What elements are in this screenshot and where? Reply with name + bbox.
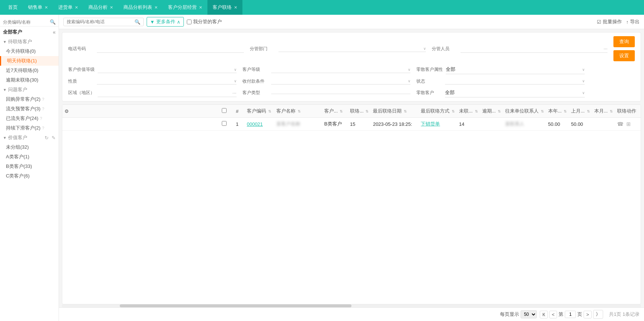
branch-person-field: 分管人员 ··· bbox=[432, 45, 608, 53]
this-month-sort-icon[interactable]: ⇅ bbox=[610, 109, 613, 113]
retail-customer-select[interactable]: 全部 ∨ bbox=[445, 88, 585, 97]
col-type: 客户... ⇅ bbox=[322, 105, 348, 118]
help-icon-lost-risk[interactable]: ? bbox=[42, 107, 44, 111]
nav-customer-contact[interactable]: 客户联络 ✕ bbox=[207, 0, 242, 15]
branch-person-label: 分管人员 bbox=[432, 46, 458, 52]
customer-type-select[interactable] bbox=[271, 92, 411, 94]
nav-product-analysis-list[interactable]: 商品分析列表 ✕ bbox=[118, 0, 163, 15]
sidebar-item-lost-risk[interactable]: 流失预警客户(3) ? bbox=[0, 104, 59, 114]
page-number-input[interactable] bbox=[565, 311, 576, 318]
last-month-sort-icon[interactable]: ⇅ bbox=[587, 109, 590, 113]
region-field: 区域（地区） ··· bbox=[68, 89, 237, 97]
last-page-button[interactable]: 》 bbox=[593, 310, 603, 319]
sidebar-item-unclassified[interactable]: 未分组(32) bbox=[0, 142, 59, 152]
search-input[interactable] bbox=[67, 19, 133, 24]
status-select[interactable]: ∨ bbox=[445, 78, 585, 84]
year-sort-icon[interactable]: ⇅ bbox=[564, 109, 567, 113]
phone-input[interactable] bbox=[97, 45, 244, 53]
problem-customers-group: 问题客户 bbox=[0, 85, 59, 94]
nav-home[interactable]: 首页 bbox=[3, 0, 23, 15]
gear-icon[interactable]: ⚙ bbox=[64, 108, 69, 114]
status-label: 状态 bbox=[416, 78, 442, 84]
nav-purchase[interactable]: 进货单 ✕ bbox=[53, 0, 83, 15]
my-customers-checkbox-input[interactable] bbox=[187, 20, 192, 24]
name-sort-icon[interactable]: ⇅ bbox=[298, 109, 301, 113]
retail-attr-select[interactable]: 全部 ∨ bbox=[446, 65, 585, 74]
sidebar-search-input[interactable] bbox=[3, 20, 48, 25]
help-icon-lost[interactable]: ? bbox=[40, 116, 42, 121]
sidebar-item-continuous-decline[interactable]: 持续下滑客户(2) ? bbox=[0, 123, 59, 133]
col-last-date: 最后联络日期 ⇅ bbox=[371, 105, 419, 118]
page-size-dropdown[interactable]: 50 bbox=[521, 310, 537, 318]
sidebar-item-overdue[interactable]: 逾期未联络(30) bbox=[0, 75, 59, 85]
sidebar-item-class-b[interactable]: B类客户(33) bbox=[0, 162, 59, 171]
contact-action-icon[interactable]: ☎ bbox=[617, 121, 623, 127]
type-sort-icon[interactable]: ⇅ bbox=[340, 109, 343, 113]
row-name[interactable]: 某客户名称 bbox=[274, 118, 322, 131]
sidebar-item-today[interactable]: 今天待联络(0) bbox=[0, 46, 59, 56]
close-product-analysis-list-icon[interactable]: ✕ bbox=[154, 5, 158, 10]
nav-product-analysis[interactable]: 商品分析 ✕ bbox=[83, 0, 118, 15]
help-icon-continuous[interactable]: ? bbox=[42, 126, 44, 130]
branch-dept-chevron-icon: ∨ bbox=[423, 46, 426, 51]
reset-button[interactable]: 设置 bbox=[613, 50, 635, 61]
edit-icon[interactable]: ✎ bbox=[52, 135, 56, 141]
gender-select[interactable]: ∨ bbox=[97, 78, 237, 84]
nav-sales[interactable]: 销售单 ✕ bbox=[23, 0, 53, 15]
pagination: К < 第 页 > 》 bbox=[540, 310, 603, 319]
value-level-chevron-icon: ∨ bbox=[234, 68, 237, 72]
close-customer-tier-icon[interactable]: ✕ bbox=[199, 5, 202, 10]
refresh-icon[interactable]: ↻ bbox=[45, 135, 49, 141]
nav-customer-tier[interactable]: 客户分层经营 ✕ bbox=[163, 0, 207, 15]
not-contact-sort-icon[interactable]: ⇅ bbox=[475, 109, 478, 113]
code-sort-icon[interactable]: ⇅ bbox=[268, 109, 271, 113]
person-sort-icon[interactable]: ⇅ bbox=[541, 109, 544, 113]
payment-terms-select[interactable]: ∨ bbox=[271, 78, 411, 84]
prev-page-button[interactable]: < bbox=[549, 311, 557, 318]
col-overdue: 逾期... ⇅ bbox=[480, 105, 503, 118]
sidebar-item-7days[interactable]: 近7天待联络(0) bbox=[0, 66, 59, 75]
sidebar-collapse-icon[interactable]: « bbox=[53, 29, 56, 35]
last-date-sort-icon[interactable]: ⇅ bbox=[404, 109, 407, 113]
gender-label: 性质 bbox=[68, 78, 94, 84]
last-method-sort-icon[interactable]: ⇅ bbox=[452, 109, 455, 113]
branch-person-select[interactable]: ··· bbox=[461, 45, 608, 53]
close-sales-icon[interactable]: ✕ bbox=[45, 5, 48, 10]
chevron-up-icon: ∧ bbox=[177, 19, 181, 25]
level-chevron-icon: ∨ bbox=[408, 68, 410, 72]
col-gear[interactable]: ⚙ bbox=[62, 105, 219, 118]
scrollbar-thumb[interactable] bbox=[120, 304, 351, 307]
customer-level-select[interactable]: ∨ bbox=[271, 66, 411, 73]
row-code[interactable]: 000021 bbox=[245, 118, 274, 131]
help-icon-repeated[interactable]: ? bbox=[42, 97, 44, 101]
first-page-button[interactable]: К bbox=[540, 311, 548, 318]
batch-operation-button[interactable]: ☑ 批量操作 bbox=[597, 18, 622, 25]
col-last-method: 最后联络方式 ⇅ bbox=[419, 105, 457, 118]
sidebar-item-tomorrow[interactable]: 明天待联络(1) bbox=[0, 56, 59, 66]
close-product-analysis-icon[interactable]: ✕ bbox=[110, 5, 113, 10]
more-action-icon[interactable]: ⊞ bbox=[626, 121, 631, 127]
contact-sort-icon[interactable]: ⇅ bbox=[365, 109, 368, 113]
sidebar-item-repeated-abnormal[interactable]: 回购异常客户(2) ? bbox=[0, 94, 59, 104]
checkbox-icon: ☑ bbox=[597, 19, 601, 25]
sidebar-search-icon[interactable]: 🔍 bbox=[50, 19, 56, 25]
sidebar-item-class-a[interactable]: A类客户(1) bbox=[0, 152, 59, 162]
more-filter-button[interactable]: ▼ 更多条件 ∧ bbox=[147, 17, 184, 27]
sidebar-item-lost[interactable]: 已流失客户(24) ? bbox=[0, 114, 59, 123]
close-customer-contact-icon[interactable]: ✕ bbox=[234, 5, 237, 10]
export-button[interactable]: ↑ 导出 bbox=[626, 18, 640, 25]
customer-value-level-select[interactable]: ∨ bbox=[98, 66, 237, 73]
branch-dept-select[interactable]: ∨ bbox=[279, 45, 426, 52]
search-icon[interactable]: 🔍 bbox=[134, 19, 140, 25]
sidebar-item-class-c[interactable]: C类客户(6) bbox=[0, 171, 59, 181]
query-button[interactable]: 查询 bbox=[613, 36, 635, 47]
overdue-sort-icon[interactable]: ⇅ bbox=[498, 109, 501, 113]
my-customers-checkbox[interactable]: 我分管的客户 bbox=[187, 18, 222, 25]
row-last-method[interactable]: 下销货单 bbox=[419, 118, 457, 131]
select-all-checkbox[interactable] bbox=[222, 108, 227, 113]
region-select[interactable]: ··· bbox=[98, 89, 237, 97]
next-page-button[interactable]: > bbox=[584, 311, 592, 318]
close-purchase-icon[interactable]: ✕ bbox=[75, 5, 78, 10]
row-checkbox[interactable] bbox=[222, 121, 227, 126]
horizontal-scrollbar[interactable] bbox=[62, 304, 641, 307]
